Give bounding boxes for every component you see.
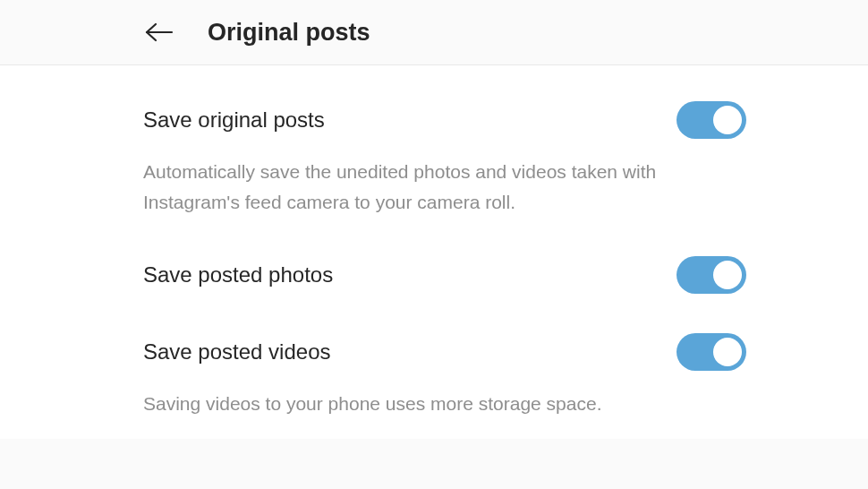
setting-save-posted-photos: Save posted photos (143, 245, 746, 305)
setting-description: Automatically save the unedited photos a… (143, 150, 746, 236)
setting-label: Save posted videos (143, 339, 330, 365)
toggle-save-original-posts[interactable] (677, 101, 746, 139)
setting-description: Saving videos to your phone uses more st… (143, 382, 746, 439)
toggle-knob (713, 338, 742, 366)
toggle-knob (713, 106, 742, 134)
header: Original posts (0, 0, 868, 65)
setting-save-posted-videos: Save posted videos (143, 322, 746, 382)
setting-label: Save posted photos (143, 262, 333, 287)
setting-save-original-posts: Save original posts (143, 90, 746, 150)
toggle-knob (713, 261, 742, 289)
setting-label: Save original posts (143, 107, 325, 133)
back-arrow-icon[interactable] (143, 16, 175, 48)
page-title: Original posts (208, 19, 370, 47)
toggle-save-posted-photos[interactable] (677, 256, 746, 294)
toggle-save-posted-videos[interactable] (677, 333, 746, 371)
settings-content: Save original posts Automatically save t… (0, 65, 868, 439)
